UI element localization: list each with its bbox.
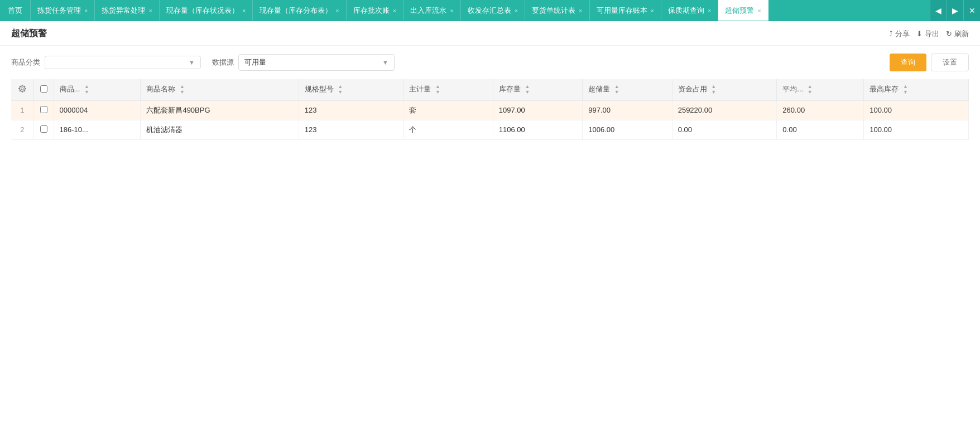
sort-icon-code: ▲▼ (84, 84, 89, 95)
sort-icon-unit: ▲▼ (435, 84, 440, 95)
nav-tab-4[interactable]: 库存批次账 × (347, 0, 403, 21)
sort-icon-stock: ▲▼ (525, 84, 530, 95)
col-avg[interactable]: 平均... ▲▼ (777, 79, 864, 100)
close-tab-2[interactable]: × (242, 7, 246, 14)
row-avg-1: 0.00 (777, 120, 864, 139)
nav-arrows: ◀ ▶ ✕ (930, 0, 980, 21)
datasource-value: 可用量 (244, 57, 266, 67)
gear-header[interactable] (11, 79, 33, 100)
nav-next-arrow[interactable]: ▶ (947, 0, 963, 21)
category-select[interactable]: ▼ (45, 56, 201, 69)
nav-tab-1[interactable]: 拣货异常处理 × (95, 0, 159, 21)
sort-icon-spec: ▲▼ (338, 84, 343, 95)
row-index-0: 1 (11, 100, 33, 120)
row-name-1: 机油滤清器 (141, 120, 299, 139)
filter-actions: 查询 设置 (890, 54, 969, 71)
share-icon: ⤴ (889, 30, 893, 38)
table-row: 1 0000004 六配套新昌490BPG 123 套 1097.00 997.… (11, 100, 969, 120)
close-tab-6[interactable]: × (515, 7, 518, 14)
col-code[interactable]: 商品... ▲▼ (54, 79, 141, 100)
col-over[interactable]: 超储量 ▲▼ (583, 79, 672, 100)
nav-tab-10[interactable]: 超储预警 × (718, 0, 768, 21)
close-tab-10[interactable]: × (757, 7, 761, 14)
nav-tab-6[interactable]: 收发存汇总表 × (461, 0, 525, 21)
category-label: 商品分类 (11, 57, 40, 67)
page-content: 超储预警 ⤴ 分享 ⬇ 导出 ↻ 刷新 商品分类 ▼ 数据源 (0, 21, 980, 446)
settings-gear-icon (18, 85, 26, 93)
col-name[interactable]: 商品名称 ▲▼ (141, 79, 299, 100)
nav-tab-5[interactable]: 出入库流水 × (403, 0, 460, 21)
row-code-1: 186-10... (54, 120, 141, 139)
close-tab-8[interactable]: × (651, 7, 654, 14)
row-capital-1: 0.00 (672, 120, 777, 139)
datasource-filter-group: 数据源 可用量 ▼ (212, 54, 395, 71)
page-title: 超储预警 (11, 28, 47, 40)
sort-icon-name: ▲▼ (180, 84, 185, 95)
export-icon: ⬇ (916, 30, 923, 38)
close-tab-0[interactable]: × (84, 7, 88, 14)
col-spec[interactable]: 规格型号 ▲▼ (299, 79, 403, 100)
row-avg-0: 260.00 (777, 100, 864, 120)
sort-icon-capital: ▲▼ (711, 84, 716, 95)
row-over-1: 1006.00 (583, 120, 672, 139)
row-name-0: 六配套新昌490BPG (141, 100, 299, 120)
close-tab-9[interactable]: × (708, 7, 711, 14)
sort-icon-over: ▲▼ (614, 84, 619, 95)
checkbox-header[interactable] (33, 79, 54, 100)
row-code-0: 0000004 (54, 100, 141, 120)
row-stock-0: 1097.00 (493, 100, 582, 120)
row-unit-1: 个 (403, 120, 493, 139)
nav-close-arrow[interactable]: ✕ (963, 0, 980, 21)
close-tab-1[interactable]: × (148, 7, 152, 14)
nav-tab-7[interactable]: 要货单统计表 × (525, 0, 589, 21)
close-tab-7[interactable]: × (579, 7, 582, 14)
top-navigation: 首页 拣货任务管理 × 拣货异常处理 × 现存量（库存状况表） × 现存量（库存… (0, 0, 980, 21)
select-all-checkbox[interactable] (40, 85, 47, 93)
col-capital[interactable]: 资金占用 ▲▼ (672, 79, 777, 100)
nav-tab-3[interactable]: 现存量（库存分布表） × (253, 0, 346, 21)
nav-tab-9[interactable]: 保质期查询 × (661, 0, 718, 21)
row-max-1: 100.00 (864, 120, 969, 139)
row-unit-0: 套 (403, 100, 493, 120)
refresh-button[interactable]: ↻ 刷新 (946, 29, 969, 39)
row-checkbox-1[interactable] (33, 120, 54, 139)
row-max-0: 100.00 (864, 100, 969, 120)
row-capital-0: 259220.00 (672, 100, 777, 120)
sort-icon-avg: ▲▼ (808, 84, 813, 95)
query-button[interactable]: 查询 (890, 54, 926, 71)
category-filter-group: 商品分类 ▼ (11, 56, 201, 69)
close-tab-5[interactable]: × (450, 7, 453, 14)
row-over-0: 997.00 (583, 100, 672, 120)
datasource-dropdown-arrow: ▼ (382, 59, 388, 66)
col-max[interactable]: 最高库存 ▲▼ (864, 79, 969, 100)
export-button[interactable]: ⬇ 导出 (916, 29, 939, 39)
header-actions: ⤴ 分享 ⬇ 导出 ↻ 刷新 (889, 29, 969, 39)
sort-icon-max: ▲▼ (903, 84, 908, 95)
table-header-row: 商品... ▲▼ 商品名称 ▲▼ 规格型号 ▲▼ 主计量 ▲▼ (11, 79, 969, 100)
table-row: 2 186-10... 机油滤清器 123 个 1106.00 1006.00 … (11, 120, 969, 139)
settings-button[interactable]: 设置 (931, 54, 969, 71)
page-header: 超储预警 ⤴ 分享 ⬇ 导出 ↻ 刷新 (0, 21, 980, 46)
refresh-icon: ↻ (946, 30, 952, 38)
row-index-1: 2 (11, 120, 33, 139)
table-container: 商品... ▲▼ 商品名称 ▲▼ 规格型号 ▲▼ 主计量 ▲▼ (0, 79, 980, 140)
datasource-label: 数据源 (212, 57, 234, 67)
nav-tab-2[interactable]: 现存量（库存状况表） × (160, 0, 253, 21)
row-checkbox-0[interactable] (33, 100, 54, 120)
share-button[interactable]: ⤴ 分享 (889, 29, 910, 39)
row-spec-0: 123 (299, 100, 403, 120)
nav-prev-arrow[interactable]: ◀ (930, 0, 947, 21)
nav-tab-8[interactable]: 可用量库存账本 × (590, 0, 661, 21)
close-tab-3[interactable]: × (335, 7, 339, 14)
close-tab-4[interactable]: × (393, 7, 396, 14)
col-unit[interactable]: 主计量 ▲▼ (403, 79, 493, 100)
nav-home[interactable]: 首页 (0, 0, 31, 21)
col-stock[interactable]: 库存量 ▲▼ (493, 79, 582, 100)
datasource-select[interactable]: 可用量 ▼ (238, 54, 395, 71)
row-spec-1: 123 (299, 120, 403, 139)
filter-area: 商品分类 ▼ 数据源 可用量 ▼ 查询 设置 (0, 46, 980, 79)
row-stock-1: 1106.00 (493, 120, 582, 139)
category-dropdown-arrow: ▼ (189, 59, 195, 66)
nav-tab-0[interactable]: 拣货任务管理 × (31, 0, 95, 21)
data-table: 商品... ▲▼ 商品名称 ▲▼ 规格型号 ▲▼ 主计量 ▲▼ (11, 79, 969, 140)
